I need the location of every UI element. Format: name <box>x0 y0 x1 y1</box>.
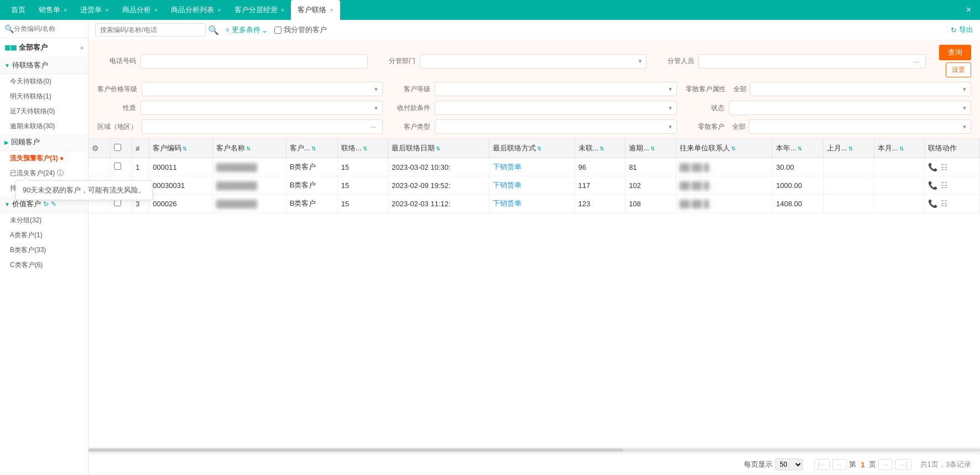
setting-button[interactable]: 设置 <box>946 62 971 77</box>
price-level-chevron: ▼ <box>373 86 379 92</box>
manager-select[interactable]: ··· <box>698 54 926 69</box>
tab-home[interactable]: 首页 <box>4 0 32 20</box>
th-last-contact-date[interactable]: 最后联络日期⇅ <box>388 139 489 158</box>
close-tab-analysis[interactable]: × <box>154 7 158 13</box>
edit-icon[interactable]: ✎ <box>51 200 56 208</box>
refresh-icon[interactable]: ↻ <box>43 200 49 208</box>
sidebar-search-input[interactable] <box>14 25 88 33</box>
field-scatter-customer: 零散客户 全部 ▼ <box>686 119 971 134</box>
th-index: # <box>132 139 149 158</box>
td-contact-1: 15 <box>337 176 388 195</box>
sidebar-item-unclassified[interactable]: 未分组(32) <box>0 213 88 228</box>
scroll-thumb[interactable] <box>88 448 623 452</box>
td-last-month-1 <box>823 176 874 195</box>
th-settings[interactable]: ⚙ <box>88 139 110 158</box>
sidebar-item-tomorrow[interactable]: 明天待联络(1) <box>0 89 88 104</box>
phone-action-0[interactable]: 📞 <box>928 163 937 171</box>
sidebar-item-class-b[interactable]: B类客户(33) <box>0 243 88 258</box>
tab-analysis[interactable]: 商品分析 × <box>116 0 164 20</box>
first-page-button[interactable]: |← <box>814 459 830 470</box>
td-checkbox-0[interactable] <box>110 158 132 176</box>
td-unit-contacts-0: ██ ██ █... <box>676 158 773 176</box>
close-tab-sales[interactable]: × <box>64 7 67 13</box>
sidebar-item-today[interactable]: 今天待联络(0) <box>0 74 88 89</box>
th-this-year[interactable]: 本年...⇅ <box>773 139 823 158</box>
tooltip-review: 90天未交易的客户，可能有流失风险。 <box>15 180 88 200</box>
th-contact[interactable]: 联络...⇅ <box>337 139 388 158</box>
td-action-1: 📞 ☷ <box>925 176 980 195</box>
dept-select[interactable]: ▼ <box>420 54 647 69</box>
close-tab-customer-tier[interactable]: × <box>281 7 284 13</box>
customer-type-select[interactable]: ▼ <box>435 119 677 134</box>
close-tab-purchase[interactable]: × <box>105 7 108 13</box>
th-type[interactable]: 客户...⇅ <box>286 139 337 158</box>
th-overdue[interactable]: 逾期...⇅ <box>625 139 676 158</box>
row-checkbox-0[interactable] <box>114 163 121 170</box>
tab-customer-link[interactable]: 客户联络 × <box>291 0 340 20</box>
td-this-year-0: 30.00 <box>773 158 823 176</box>
th-this-month[interactable]: 本月...⇅ <box>874 139 925 158</box>
arrow-value: ▼ <box>4 201 10 207</box>
scatter-attr-chevron: ▼ <box>962 86 967 92</box>
sidebar-item-7days[interactable]: 近7天待联络(0) <box>0 104 88 119</box>
tab-sales[interactable]: 销售单 × <box>32 0 74 20</box>
td-last-method-2[interactable]: 下销货单 <box>489 195 575 213</box>
horizontal-scrollbar[interactable] <box>88 447 980 453</box>
per-page-select[interactable]: 50 100 200 <box>775 458 803 471</box>
tab-purchase[interactable]: 进货单 × <box>74 0 115 20</box>
close-all-button[interactable]: × <box>962 5 976 15</box>
search-input[interactable] <box>95 23 206 36</box>
td-last-method-0[interactable]: 下销货单 <box>489 158 575 176</box>
last-page-button[interactable]: →| <box>895 459 911 470</box>
my-customers-checkbox[interactable] <box>274 27 282 34</box>
query-button[interactable]: 查询 <box>939 45 971 60</box>
th-checkbox[interactable] <box>110 139 132 158</box>
table-settings-icon[interactable]: ⚙ <box>92 144 99 153</box>
search-button[interactable]: 🔍 <box>208 25 219 35</box>
th-name[interactable]: 客户名称⇅ <box>213 139 286 158</box>
sidebar-all-customers[interactable]: ▦▦ 全部客户 « <box>0 38 88 57</box>
nature-select[interactable]: ▼ <box>140 101 383 115</box>
grid-icon: ▦▦ <box>4 44 17 51</box>
th-uncontacted[interactable]: 未联...⇅ <box>575 139 625 158</box>
my-customers-label[interactable]: 我分管的客户 <box>274 25 327 35</box>
region-dots[interactable]: ··· <box>368 122 379 131</box>
th-last-month[interactable]: 上月...⇅ <box>823 139 874 158</box>
price-level-select[interactable]: ▼ <box>142 82 383 96</box>
th-unit-contacts[interactable]: 往来单位联系人⇅ <box>676 139 773 158</box>
td-last-method-1[interactable]: 下销货单 <box>489 176 575 195</box>
tab-customer-tier[interactable]: 客户分层经营 × <box>228 0 291 20</box>
customer-level-select[interactable]: ▼ <box>435 82 677 96</box>
more-action-1[interactable]: ☷ <box>941 181 948 190</box>
more-action-0[interactable]: ☷ <box>941 163 948 171</box>
close-tab-customer-link[interactable]: × <box>330 7 333 13</box>
manager-dots[interactable]: ··· <box>911 57 922 66</box>
prev-page-button[interactable]: ← <box>832 459 847 470</box>
th-code[interactable]: 客户编码⇅ <box>149 139 213 158</box>
close-tab-analysis-list[interactable]: × <box>217 7 221 13</box>
scatter-customer-select[interactable]: ▼ <box>749 119 971 134</box>
phone-action-2[interactable]: 📞 <box>928 199 937 208</box>
phone-action-1[interactable]: 📞 <box>928 181 937 190</box>
sidebar-item-churned[interactable]: 已流失客户(24) ⓘ <box>0 166 88 181</box>
scroll-track[interactable] <box>88 448 980 452</box>
scatter-attr-select[interactable]: ▼ <box>750 82 971 96</box>
payment-select[interactable]: ▼ <box>435 101 677 115</box>
tab-analysis-list[interactable]: 商品分析列表 × <box>164 0 227 20</box>
select-all-checkbox[interactable] <box>114 144 121 151</box>
sidebar-group-review[interactable]: ▶ 回顾客户 <box>0 134 88 151</box>
region-select[interactable]: ··· <box>142 119 383 134</box>
sidebar-item-class-c[interactable]: C类客户(6) <box>0 258 88 273</box>
sidebar-item-class-a[interactable]: A类客户(1) <box>0 228 88 243</box>
next-page-button[interactable]: → <box>878 459 893 470</box>
th-last-contact-method[interactable]: 最后联络方式⇅ <box>489 139 575 158</box>
phone-input[interactable] <box>140 54 368 69</box>
td-last-date-0: 2023-03-02 10:30: <box>388 158 489 176</box>
more-action-2[interactable]: ☷ <box>941 199 948 208</box>
more-conditions-button[interactable]: ▿ 更多条件 ⌄ <box>226 25 268 35</box>
status-select[interactable]: ▼ <box>729 101 971 115</box>
sidebar-item-churn-warning[interactable]: 流失预警客户(3) ● <box>0 151 88 166</box>
sidebar-item-overdue[interactable]: 逾期未联络(30) <box>0 119 88 134</box>
sidebar-group-pending[interactable]: ▼ 待联络客户 <box>0 57 88 74</box>
export-button[interactable]: ↻ 导出 <box>951 25 973 35</box>
